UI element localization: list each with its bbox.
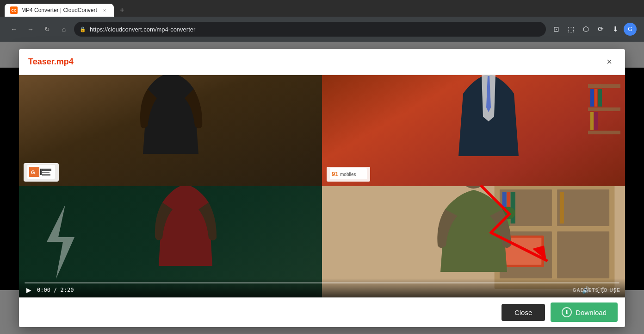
video-controls: ▶ 0:00 / 2:20 🔊 ⛶ ⋮ bbox=[19, 278, 625, 297]
person-silhouette-tl bbox=[134, 75, 208, 163]
url-text: https://cloudconvert.com/mp4-converter bbox=[90, 26, 195, 33]
download-label: Download bbox=[576, 309, 607, 316]
time-display: 0:00 / 2:20 bbox=[37, 287, 74, 293]
svg-rect-27 bbox=[557, 231, 609, 278]
svg-rect-14 bbox=[590, 112, 594, 130]
extensions-button[interactable]: ⬡ bbox=[579, 23, 592, 36]
person-silhouette-bl bbox=[149, 186, 223, 274]
modal-footer: Close ⬇ Download bbox=[19, 297, 625, 327]
svg-rect-12 bbox=[594, 89, 597, 107]
browser-chrome: CC MP4 Converter | CloudConvert × + ← → … bbox=[0, 0, 644, 42]
screenshot-button[interactable]: ⬚ bbox=[564, 23, 577, 36]
modal-close-icon-button[interactable]: × bbox=[603, 55, 616, 68]
person-silhouette-tr bbox=[452, 75, 526, 163]
download-icon: ⬇ bbox=[562, 307, 572, 317]
svg-text:mobiles: mobiles bbox=[340, 172, 356, 177]
svg-rect-10 bbox=[588, 131, 620, 134]
svg-text:91: 91 bbox=[332, 170, 338, 177]
video-grid: G bbox=[19, 75, 625, 297]
controls-row: ▶ 0:00 / 2:20 🔊 ⛶ ⋮ bbox=[25, 285, 619, 295]
video-cell-top-right: 91 mobiles bbox=[322, 75, 625, 186]
svg-rect-25 bbox=[557, 189, 609, 226]
modal-header: Teaser.mp4 × bbox=[19, 49, 625, 75]
svg-marker-20 bbox=[47, 205, 74, 279]
new-tab-button[interactable]: + bbox=[116, 4, 129, 17]
tab-bar: CC MP4 Converter | CloudConvert × + bbox=[0, 0, 644, 17]
download-button[interactable]: ⬇ Download bbox=[551, 302, 618, 322]
video-container[interactable]: G bbox=[19, 75, 625, 297]
logo-top-left: G bbox=[24, 163, 59, 182]
refresh-button[interactable]: ↻ bbox=[41, 23, 54, 36]
close-button[interactable]: Close bbox=[502, 304, 545, 321]
address-bar[interactable]: 🔒 https://cloudconvert.com/mp4-converter bbox=[74, 22, 546, 37]
svg-point-36 bbox=[459, 186, 489, 189]
svg-rect-8 bbox=[588, 84, 620, 88]
lightning-logo bbox=[33, 205, 88, 279]
svg-rect-7 bbox=[42, 174, 50, 176]
watermark-text: GADGETS TO USE bbox=[573, 288, 620, 293]
svg-rect-13 bbox=[598, 89, 602, 107]
svg-rect-15 bbox=[594, 112, 598, 130]
svg-rect-31 bbox=[560, 192, 564, 223]
nav-bar: ← → ↻ ⌂ 🔒 https://cloudconvert.com/mp4-c… bbox=[0, 17, 644, 42]
video-cell-top-left: G bbox=[19, 75, 322, 186]
back-button[interactable]: ← bbox=[7, 23, 20, 36]
lock-icon: 🔒 bbox=[80, 26, 86, 32]
modal-dialog: Teaser.mp4 × bbox=[19, 49, 625, 327]
tab-close-button[interactable]: × bbox=[101, 6, 108, 14]
download-nav-button[interactable]: ⬇ bbox=[609, 23, 622, 36]
active-tab[interactable]: CC MP4 Converter | CloudConvert × bbox=[5, 4, 114, 17]
person-silhouette-br bbox=[432, 186, 515, 279]
modal-title: Teaser.mp4 bbox=[28, 57, 74, 67]
forward-button[interactable]: → bbox=[24, 23, 37, 36]
svg-rect-9 bbox=[588, 107, 620, 111]
modal-overlay: Teaser.mp4 × bbox=[0, 42, 644, 334]
home-button[interactable]: ⌂ bbox=[57, 23, 70, 36]
tab-favicon: CC bbox=[10, 6, 18, 14]
tab-title: MP4 Converter | CloudConvert bbox=[21, 7, 97, 13]
svg-rect-5 bbox=[42, 169, 51, 171]
bookshelf-bg bbox=[533, 75, 625, 168]
page-content: Teaser.mp4 × bbox=[0, 42, 644, 334]
sync-button[interactable]: ⟳ bbox=[594, 23, 607, 36]
svg-text:G: G bbox=[31, 170, 35, 175]
progress-bar[interactable] bbox=[25, 282, 619, 284]
profile-button[interactable]: G bbox=[624, 23, 637, 36]
svg-rect-11 bbox=[590, 89, 594, 107]
svg-rect-6 bbox=[42, 172, 50, 173]
modal-body: G bbox=[19, 75, 625, 297]
cast-button[interactable]: ⊡ bbox=[550, 23, 563, 36]
play-button[interactable]: ▶ bbox=[25, 285, 33, 295]
logo-91mobiles: 91 mobiles bbox=[327, 167, 370, 182]
svg-rect-4 bbox=[40, 169, 42, 175]
nav-actions: ⊡ ⬚ ⬡ ⟳ ⬇ G bbox=[550, 23, 637, 36]
